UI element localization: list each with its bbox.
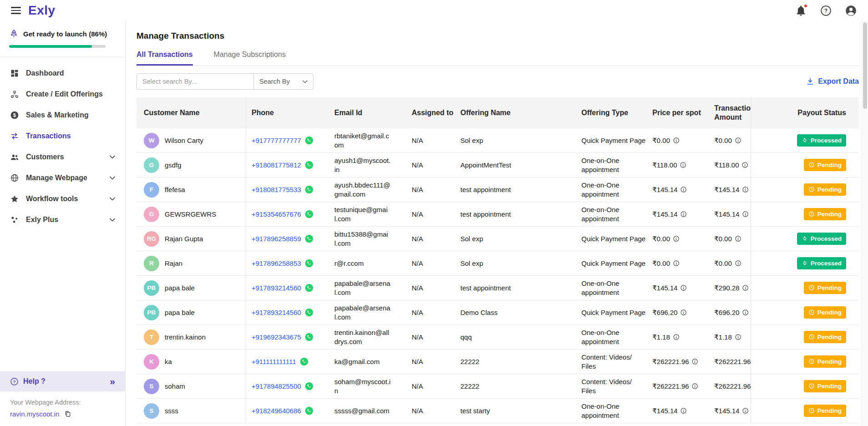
status-badge: Pending — [804, 183, 846, 196]
sidebar-item-dashboard[interactable]: Dashboard — [0, 63, 125, 84]
info-icon[interactable] — [742, 162, 748, 168]
phone-link[interactable]: +917896258853 — [252, 259, 301, 268]
table-row: R Rajan +917896258853 r@r.ccom N/A Sol e… — [136, 251, 859, 276]
search-by-label: Search By — [259, 78, 290, 85]
svg-text:$: $ — [13, 113, 16, 118]
info-icon[interactable] — [742, 284, 749, 291]
sidebar-item-label: Workflow tools — [26, 195, 78, 203]
info-icon[interactable] — [673, 137, 680, 144]
whatsapp-icon[interactable] — [305, 284, 313, 292]
info-icon[interactable] — [742, 407, 749, 414]
info-icon[interactable] — [680, 284, 687, 291]
info-icon[interactable] — [673, 334, 680, 340]
account-icon[interactable] — [845, 5, 857, 17]
notification-dot — [803, 4, 808, 8]
sidebar-item-label: Transactions — [26, 132, 71, 140]
transaction-amount: ₹145.14 — [714, 185, 739, 194]
phone-link[interactable]: +917896258859 — [252, 234, 301, 243]
phone-link[interactable]: +917893214560 — [252, 308, 301, 317]
avatar: W — [144, 133, 159, 148]
phone-link[interactable]: +917894825500 — [252, 382, 301, 391]
phone-link[interactable]: +917777777777 — [252, 136, 301, 145]
sidebar-item-workflow-tools[interactable]: Workflow tools — [0, 188, 125, 209]
clock-icon — [808, 407, 815, 414]
info-icon[interactable] — [735, 235, 742, 242]
info-icon[interactable] — [680, 309, 687, 316]
tab-all-transactions[interactable]: All Transactions — [136, 51, 193, 66]
info-icon[interactable] — [742, 186, 749, 193]
phone-link[interactable]: +918081775533 — [252, 185, 301, 194]
price-per-spot: ₹696.20 — [652, 308, 677, 317]
search-by-dropdown[interactable]: Search By — [253, 73, 313, 90]
info-icon[interactable] — [673, 260, 680, 267]
sidebar-item-create-edit-offerings[interactable]: Create / Edit Offerings — [0, 84, 125, 105]
sidebar-item-sales-marketing[interactable]: $ Sales & Marketing — [0, 105, 125, 126]
copy-icon[interactable] — [64, 410, 71, 418]
whatsapp-icon[interactable] — [305, 406, 313, 415]
help-icon[interactable]: ? — [820, 5, 832, 17]
status-badge: Pending — [804, 355, 846, 368]
whatsapp-icon[interactable] — [305, 234, 313, 243]
phone-link[interactable]: +917893214560 — [252, 284, 301, 293]
info-icon[interactable] — [680, 211, 687, 218]
info-icon[interactable] — [691, 383, 698, 390]
email-cell: trentin.kainon@alldrys.com — [329, 325, 406, 349]
phone-link[interactable]: +919692343675 — [252, 333, 301, 342]
avatar: PB — [144, 305, 159, 320]
clock-icon — [808, 186, 815, 193]
people-icon — [10, 152, 19, 162]
whatsapp-icon[interactable] — [305, 136, 313, 145]
sidebar-item-exly-plus[interactable]: Exly Plus — [0, 209, 125, 230]
export-data-button[interactable]: Export Data — [806, 77, 859, 86]
sidebar-item-label: Manage Webpage — [26, 174, 87, 182]
scrollbar-thumb[interactable] — [863, 22, 867, 109]
whatsapp-icon[interactable] — [305, 308, 313, 317]
info-icon[interactable] — [680, 186, 687, 193]
avatar: T — [144, 330, 159, 345]
whatsapp-icon[interactable] — [305, 333, 313, 341]
col-header-offering-name: Offering Name — [455, 97, 576, 128]
sidebar-item-manage-webpage[interactable]: Manage Webpage — [0, 167, 125, 188]
tab-manage-subscriptions[interactable]: Manage Subscriptions — [214, 51, 286, 66]
sidebar-item-transactions[interactable]: Transactions — [0, 126, 125, 147]
customer-name: Wilson Carty — [165, 136, 203, 145]
status-badge: Pending — [804, 306, 846, 319]
whatsapp-icon[interactable] — [305, 161, 313, 169]
email-cell: sssss@gmail.com — [329, 399, 406, 423]
notifications-bell-icon[interactable] — [795, 5, 807, 17]
price-per-spot: ₹0.00 — [652, 259, 670, 268]
launch-progress-section[interactable]: Get ready to launch (86%) — [0, 21, 125, 57]
assigned-to-cell: N/A — [406, 251, 455, 275]
help-button[interactable]: ? Help ? » — [0, 371, 125, 391]
info-icon[interactable] — [735, 137, 742, 144]
offering-type-cell: One-on-One appointment — [576, 202, 647, 226]
search-input[interactable] — [136, 73, 254, 90]
info-icon[interactable] — [742, 309, 749, 316]
info-icon[interactable] — [742, 211, 749, 218]
transaction-amount: ₹262221.96 — [714, 382, 751, 391]
info-icon[interactable] — [691, 358, 698, 365]
info-icon[interactable] — [735, 260, 742, 267]
phone-link[interactable]: +918081775812 — [252, 161, 301, 170]
vertical-scrollbar[interactable] — [862, 21, 868, 426]
whatsapp-icon[interactable] — [305, 382, 313, 390]
info-icon[interactable] — [680, 162, 686, 168]
whatsapp-icon[interactable] — [300, 357, 308, 366]
table-row: RG Rajan Gupta +917896258859 bittu15388@… — [136, 227, 859, 251]
phone-link[interactable]: +915354657676 — [252, 210, 301, 219]
whatsapp-icon[interactable] — [305, 259, 313, 268]
whatsapp-icon[interactable] — [305, 210, 313, 218]
info-icon[interactable] — [680, 407, 687, 414]
collapse-chevron-icon[interactable]: » — [110, 376, 115, 387]
help-label: Help ? — [23, 377, 45, 385]
info-icon[interactable] — [735, 334, 742, 340]
sidebar-item-customers[interactable]: Customers — [0, 147, 125, 167]
avatar: S — [144, 403, 159, 419]
webpage-address-link[interactable]: ravin.myscoot.in — [10, 410, 59, 418]
customer-name: ssss — [165, 406, 178, 416]
phone-link[interactable]: +911111111111 — [252, 357, 296, 366]
phone-link[interactable]: +918249640686 — [252, 406, 301, 416]
info-icon[interactable] — [673, 235, 680, 242]
whatsapp-icon[interactable] — [305, 185, 313, 194]
hamburger-menu-icon[interactable] — [11, 6, 21, 15]
